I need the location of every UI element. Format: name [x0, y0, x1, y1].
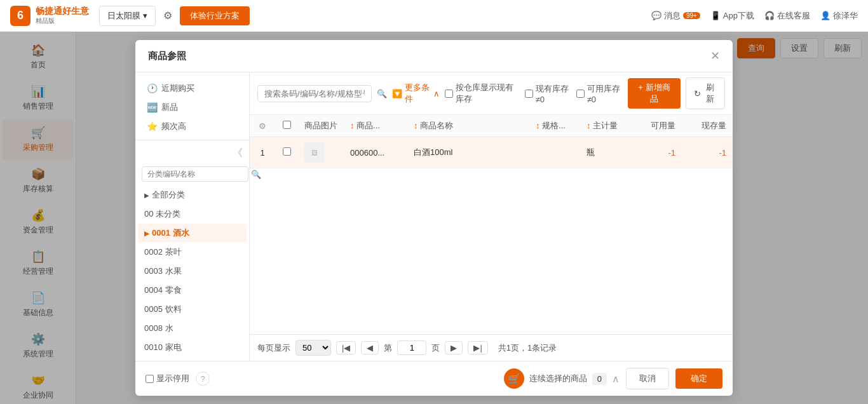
- sort-icon2: ↕: [414, 121, 418, 130]
- new-icon: 🆕: [147, 102, 158, 112]
- cat-item-appliance[interactable]: 0010 家电: [138, 338, 247, 354]
- cart-icon[interactable]: 🛒: [504, 368, 524, 389]
- prev-page-button[interactable]: ◀: [361, 341, 379, 354]
- headset-icon: 🎧: [764, 11, 775, 20]
- modal-left-panel: 🕐 近期购买 🆕 新品 ⭐ 频次高: [135, 72, 250, 361]
- cat-item-liquor[interactable]: ▶ 0001 酒水: [138, 224, 247, 243]
- add-product-button[interactable]: + 新增商品: [628, 78, 681, 109]
- chevron-up-icon: ∧: [433, 89, 440, 98]
- content-area: 查询 设置 刷新 商品参照 ✕ 🕐: [76, 32, 868, 404]
- online-service-nav-item[interactable]: 🎧 在线客服: [764, 10, 810, 22]
- filter-icon: 🔽: [392, 89, 402, 98]
- refresh-table-button[interactable]: ↻ 刷新: [686, 77, 725, 109]
- logo-icon: 6: [10, 6, 31, 26]
- table-header: ⚙ 商品图片 ↕ 商品...: [250, 115, 733, 137]
- quick-filter-frequent[interactable]: ⭐ 频次高: [142, 117, 243, 136]
- pagination-bar: 每页显示 20 50 100 |◀ ◀ 第 页 ▶: [250, 334, 733, 361]
- product-image-cell: 🖼: [298, 137, 344, 168]
- page-word2: 页: [431, 342, 440, 354]
- product-table: ⚙ 商品图片 ↕ 商品...: [250, 115, 733, 168]
- clock-icon: 🕐: [147, 83, 158, 93]
- show-disabled-checkbox[interactable]: [146, 375, 154, 383]
- unit-col-header[interactable]: ↕ 主计量: [580, 115, 631, 137]
- cat-item-unclassified[interactable]: 00 未分类: [138, 205, 247, 224]
- product-spec-cell: [529, 137, 580, 168]
- per-page-label: 每页显示: [257, 342, 290, 354]
- messages-badge: 99+: [683, 12, 700, 19]
- product-name-cell: 白酒100ml: [407, 137, 529, 168]
- product-code-cell: 000600...: [344, 137, 407, 168]
- refresh-icon: ↻: [694, 89, 701, 98]
- table-body: 1 🖼 000600... 白酒100ml: [250, 137, 733, 168]
- help-icon[interactable]: ?: [196, 372, 210, 386]
- more-filter-button[interactable]: 🔽 更多条件 ∧: [392, 82, 440, 105]
- image-col-header: 商品图片: [298, 115, 344, 137]
- avail-nonzero-checkbox[interactable]: [576, 90, 585, 98]
- category-list: ▶ 全部分类 00 未分类 ▶ 0001 酒水 0002 茶: [135, 185, 249, 354]
- row-check[interactable]: [275, 137, 298, 168]
- cat-item-snack[interactable]: 0004 零食: [138, 281, 247, 300]
- try-solution-button[interactable]: 体验行业方案: [180, 6, 250, 25]
- last-page-button[interactable]: ▶|: [468, 341, 487, 354]
- logo-text: 畅捷通好生意 精品版: [36, 6, 89, 25]
- product-table-wrap: ⚙ 商品图片 ↕ 商品...: [250, 115, 733, 334]
- table-settings-header[interactable]: ⚙: [250, 115, 275, 137]
- check-all-header[interactable]: [275, 115, 298, 137]
- cart-count: 0: [592, 373, 607, 385]
- app-download-nav-item[interactable]: 📱 App下载: [710, 10, 754, 22]
- modal-toolbar: 🔍 🔽 更多条件 ∧ 按仓库显示现有库存: [250, 72, 733, 115]
- quick-filter-new[interactable]: 🆕 新品: [142, 98, 243, 117]
- product-search-input[interactable]: [257, 85, 372, 102]
- cat-item-fruit[interactable]: 0003 水果: [138, 262, 247, 281]
- cancel-button[interactable]: 取消: [626, 368, 669, 389]
- user-nav-item[interactable]: 👤 徐泽华: [820, 10, 858, 22]
- row-checkbox[interactable]: [283, 147, 291, 156]
- message-icon: 💬: [651, 11, 661, 20]
- chevron-down-icon: ▾: [143, 11, 147, 20]
- modal-footer: 显示停用 ? 🛒 连续选择的商品 0 ∧ 取消 确定: [135, 361, 733, 396]
- cat-item-water[interactable]: 0008 水: [138, 319, 247, 338]
- next-page-button[interactable]: ▶: [445, 341, 463, 354]
- collapse-left-button[interactable]: 《: [135, 144, 249, 163]
- messages-nav-item[interactable]: 💬 消息 99+: [651, 10, 700, 22]
- store-selector[interactable]: 日太阳膜 ▾: [99, 6, 156, 26]
- cat-arrow-icon: ▶: [144, 192, 149, 199]
- cart-collapse-icon[interactable]: ∧: [612, 373, 620, 385]
- first-page-button[interactable]: |◀: [336, 341, 356, 354]
- image-icon: 🖼: [311, 149, 318, 156]
- top-nav: 6 畅捷通好生意 精品版 日太阳膜 ▾ ⚙ 体验行业方案 💬 消息 99+ 📱 …: [0, 0, 868, 32]
- cat-item-tea[interactable]: 0002 茶叶: [138, 243, 247, 262]
- cat-item-all[interactable]: ▶ 全部分类: [138, 185, 247, 205]
- quick-filter-recent[interactable]: 🕐 近期购买: [142, 79, 243, 98]
- show-disabled-label[interactable]: 显示停用: [146, 373, 189, 384]
- per-page-select[interactable]: 20 50 100: [295, 340, 331, 356]
- settings-icon[interactable]: ⚙: [163, 10, 172, 22]
- product-search-icon[interactable]: 🔍: [377, 89, 387, 98]
- show-stock-checkbox[interactable]: [445, 90, 453, 98]
- table-row[interactable]: 1 🖼 000600... 白酒100ml: [250, 137, 733, 168]
- stock-col-header: 现存量: [682, 115, 733, 137]
- avatar: 👤: [820, 11, 831, 20]
- checkbox-stock-nonzero[interactable]: 现有库存≠0: [525, 83, 571, 104]
- product-thumbnail: 🖼: [304, 142, 325, 163]
- checkbox-show-stock[interactable]: 按仓库显示现有库存: [445, 82, 519, 105]
- cat-item-beverage[interactable]: 0005 饮料: [138, 300, 247, 319]
- page-word: 第: [384, 342, 392, 354]
- product-reference-modal: 商品参照 ✕ 🕐 近期购买 🆕: [135, 40, 733, 396]
- logo-area: 6 畅捷通好生意 精品版: [10, 6, 89, 26]
- page-number-input[interactable]: [397, 340, 426, 355]
- category-search-input[interactable]: [142, 166, 248, 182]
- avail-col-header: 可用量: [631, 115, 682, 137]
- sort-icon: ↕: [350, 121, 355, 130]
- modal-close-button[interactable]: ✕: [710, 49, 720, 63]
- check-all-checkbox[interactable]: [283, 121, 291, 129]
- cart-label: 连续选择的商品: [529, 373, 587, 384]
- code-col-header[interactable]: ↕ 商品...: [344, 115, 407, 137]
- confirm-button[interactable]: 确定: [675, 368, 722, 389]
- checkbox-avail-nonzero[interactable]: 可用库存≠0: [576, 83, 623, 104]
- modal-right-panel: 🔍 🔽 更多条件 ∧ 按仓库显示现有库存: [250, 72, 733, 361]
- name-col-header[interactable]: ↕ 商品名称: [407, 115, 529, 137]
- stock-nonzero-checkbox[interactable]: [525, 90, 533, 98]
- quick-filter-items: 🕐 近期购买 🆕 新品 ⭐ 频次高: [135, 79, 249, 136]
- spec-col-header[interactable]: ↕ 规格...: [529, 115, 580, 137]
